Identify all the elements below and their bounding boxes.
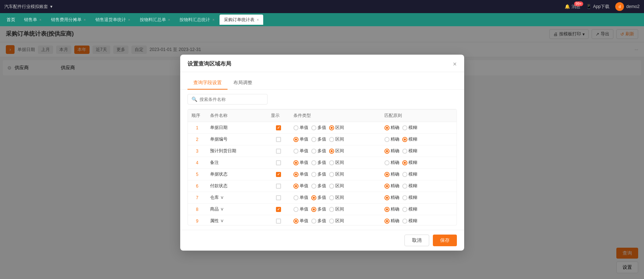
radio-match-模糊[interactable]: 模糊 xyxy=(402,183,417,189)
radio-type-单值[interactable]: 单值 xyxy=(293,194,308,201)
tab-purchase-order[interactable]: 采购订单统计表 × xyxy=(220,15,263,25)
radio-type-多值[interactable]: 多值 xyxy=(311,183,326,189)
main-area: 采购订单统计表(按供应商) 🖨 按模板打印 ▾ ↗ 导出 ↺ 刷新 › 单据日期… xyxy=(0,26,644,279)
radio-match-精确[interactable]: 精确 xyxy=(384,148,399,154)
radio-type-区间[interactable]: 区间 xyxy=(329,148,344,154)
checkbox[interactable] xyxy=(276,160,281,165)
radio-type-区间[interactable]: 区间 xyxy=(329,183,344,189)
dialog-close-button[interactable]: × xyxy=(453,61,457,67)
radio-type-区间[interactable]: 区间 xyxy=(329,125,344,131)
header-display: 显示 xyxy=(267,110,290,122)
radio-type-多值[interactable]: 多值 xyxy=(311,171,326,177)
row-display-checkbox[interactable] xyxy=(267,215,290,226)
table-row: 6付款状态单值多值区间精确模糊 xyxy=(188,180,457,192)
radio-type-多值[interactable]: 多值 xyxy=(311,148,326,154)
radio-type-多值[interactable]: 多值 xyxy=(311,194,326,201)
row-display-checkbox[interactable] xyxy=(267,192,290,204)
radio-type-单值[interactable]: 单值 xyxy=(293,148,308,154)
radio-type-多值[interactable]: 多值 xyxy=(311,160,326,166)
save-button[interactable]: 保存 xyxy=(433,235,457,246)
radio-match-精确[interactable]: 精确 xyxy=(384,206,399,212)
row-condition-name: 属性 ∨ xyxy=(206,215,267,226)
radio-type-区间[interactable]: 区间 xyxy=(329,218,344,224)
radio-match-模糊[interactable]: 模糊 xyxy=(402,148,417,154)
radio-match-模糊[interactable]: 模糊 xyxy=(402,194,417,201)
tab-close-sales-order[interactable]: × xyxy=(39,18,42,22)
tab-close-sales-return[interactable]: × xyxy=(128,18,130,22)
checkbox[interactable] xyxy=(276,219,281,224)
radio-match-精确[interactable]: 精确 xyxy=(384,194,399,201)
row-display-checkbox[interactable] xyxy=(267,169,290,180)
radio-type-多值[interactable]: 多值 xyxy=(311,206,326,212)
radio-type-单值[interactable]: 单值 xyxy=(293,171,308,177)
tab-material-stats[interactable]: 按物料汇总统计 × xyxy=(175,15,219,25)
radio-circle xyxy=(311,219,316,224)
radio-type-区间[interactable]: 区间 xyxy=(329,206,344,212)
tab-query-fields[interactable]: 查询字段设置 xyxy=(187,76,228,90)
checkbox[interactable] xyxy=(276,184,281,189)
tab-close-material-summary[interactable]: × xyxy=(168,18,170,22)
search-input[interactable] xyxy=(199,97,264,102)
tab-sales-expense[interactable]: 销售费用分摊单 × xyxy=(47,15,90,25)
checkbox[interactable] xyxy=(276,149,281,154)
radio-match-精确[interactable]: 精确 xyxy=(384,160,399,166)
radio-type-多值[interactable]: 多值 xyxy=(311,136,326,142)
radio-circle xyxy=(311,195,316,200)
tab-close-purchase-order[interactable]: × xyxy=(257,18,259,22)
radio-match-模糊[interactable]: 模糊 xyxy=(402,136,417,142)
tab-sales-order[interactable]: 销售单 × xyxy=(20,15,46,25)
radio-type-区间[interactable]: 区间 xyxy=(329,160,344,166)
radio-match-精确[interactable]: 精确 xyxy=(384,171,399,177)
radio-type-单值[interactable]: 单值 xyxy=(293,125,308,131)
radio-circle xyxy=(384,125,390,130)
row-match-options: 精确模糊 xyxy=(381,122,457,134)
tab-close-material-stats[interactable]: × xyxy=(212,18,214,22)
notification-button[interactable]: 🔔 消息 99+ xyxy=(565,4,580,10)
radio-type-区间[interactable]: 区间 xyxy=(329,136,344,142)
radio-circle xyxy=(402,195,407,200)
radio-type-区间[interactable]: 区间 xyxy=(329,171,344,177)
radio-type-单值[interactable]: 单值 xyxy=(293,160,308,166)
radio-type-单值[interactable]: 单值 xyxy=(293,206,308,212)
radio-match-模糊[interactable]: 模糊 xyxy=(402,171,417,177)
tab-home[interactable]: 首页 xyxy=(3,17,19,23)
radio-type-多值[interactable]: 多值 xyxy=(311,125,326,131)
radio-match-精确[interactable]: 精确 xyxy=(384,218,399,224)
tab-close-sales-expense[interactable]: × xyxy=(84,18,86,22)
app-download-button[interactable]: 📱 App下载 xyxy=(586,4,609,10)
row-condition-name: 单据编号 xyxy=(206,134,267,145)
header-name: 条件名称 xyxy=(206,110,267,122)
tab-sales-return[interactable]: 销售退货单统计 × xyxy=(91,15,135,25)
checkbox[interactable] xyxy=(276,172,281,177)
radio-type-区间[interactable]: 区间 xyxy=(329,194,344,201)
user-menu[interactable]: d demo2 xyxy=(615,2,640,11)
checkbox[interactable] xyxy=(276,125,281,130)
dropdown-icon[interactable]: ▾ xyxy=(50,4,52,9)
checkbox[interactable] xyxy=(276,207,281,212)
row-display-checkbox[interactable] xyxy=(267,122,290,134)
tab-material-summary[interactable]: 按物料汇总单 × xyxy=(135,15,175,25)
dialog-tabs: 查询字段设置 布局调整 xyxy=(180,72,464,90)
row-display-checkbox[interactable] xyxy=(267,145,290,157)
radio-type-单值[interactable]: 单值 xyxy=(293,218,308,224)
radio-match-精确[interactable]: 精确 xyxy=(384,125,399,131)
row-display-checkbox[interactable] xyxy=(267,134,290,145)
cancel-button[interactable]: 取消 xyxy=(404,235,429,246)
radio-type-单值[interactable]: 单值 xyxy=(293,136,308,142)
row-display-checkbox[interactable] xyxy=(267,204,290,215)
radio-match-模糊[interactable]: 模糊 xyxy=(402,125,417,131)
radio-type-多值[interactable]: 多值 xyxy=(311,218,326,224)
tab-layout-adjust[interactable]: 布局调整 xyxy=(228,76,258,90)
row-display-checkbox[interactable] xyxy=(267,180,290,192)
search-icon: 🔍 xyxy=(191,97,197,102)
radio-match-精确[interactable]: 精确 xyxy=(384,183,399,189)
checkbox[interactable] xyxy=(276,195,281,200)
radio-match-模糊[interactable]: 模糊 xyxy=(402,206,417,212)
checkbox[interactable] xyxy=(276,137,281,142)
radio-match-精确[interactable]: 精确 xyxy=(384,136,399,142)
radio-match-模糊[interactable]: 模糊 xyxy=(402,218,417,224)
radio-match-模糊[interactable]: 模糊 xyxy=(402,160,417,166)
row-display-checkbox[interactable] xyxy=(267,157,290,169)
row-order: 6 xyxy=(188,180,207,192)
radio-type-单值[interactable]: 单值 xyxy=(293,183,308,189)
